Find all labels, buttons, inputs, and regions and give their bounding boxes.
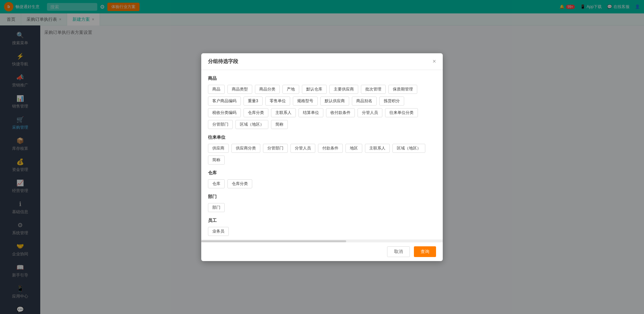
field-partner-category[interactable]: 往来单位分类 xyxy=(385,108,418,117)
section-title-employee: 员工 xyxy=(208,217,436,224)
modal-header: 分组待选字段 × xyxy=(201,53,443,70)
section-title-dept: 部门 xyxy=(208,194,436,200)
field-customer-code[interactable]: 客户商品编码 xyxy=(208,97,241,106)
field-main-supplier[interactable]: 主要供应商 xyxy=(329,85,358,94)
fields-grid-warehouse: 仓库 仓库分类 xyxy=(208,179,436,188)
field-goods-alias[interactable]: 商品别名 xyxy=(352,97,377,106)
modal-close-btn[interactable]: × xyxy=(432,58,436,65)
field-supplier-category[interactable]: 供应商分类 xyxy=(231,144,260,153)
field-dept[interactable]: 部门 xyxy=(208,203,225,212)
field-default-warehouse[interactable]: 默认仓库 xyxy=(302,85,327,94)
field-supervisor[interactable]: 分管人员 xyxy=(358,108,382,117)
modal-overlay[interactable]: 分组待选字段 × 商品 商品 商品类型 商品分类 产地 默认仓库 主要供应商 批… xyxy=(0,0,644,314)
confirm-button[interactable]: 查询 xyxy=(414,246,436,257)
field-partner-dept[interactable]: 分管部门 xyxy=(263,144,288,153)
field-goods[interactable]: 商品 xyxy=(208,85,225,94)
field-dept-supervisor[interactable]: 分管部门 xyxy=(208,120,233,129)
field-selector-modal: 分组待选字段 × 商品 商品 商品类型 商品分类 产地 默认仓库 主要供应商 批… xyxy=(201,53,443,261)
section-title-partner: 往来单位 xyxy=(208,134,436,140)
field-expiry-mgmt[interactable]: 保质期管理 xyxy=(388,85,417,94)
modal-body: 商品 商品 商品类型 商品分类 产地 默认仓库 主要供应商 批次管理 保质期管理… xyxy=(201,70,443,240)
fields-grid-dept: 部门 xyxy=(208,203,436,212)
field-goods-type[interactable]: 商品类型 xyxy=(227,85,252,94)
field-batch-mgmt[interactable]: 批次管理 xyxy=(361,85,386,94)
field-main-contact[interactable]: 主联系人 xyxy=(271,108,296,117)
field-warehouse-category[interactable]: 仓库分类 xyxy=(244,108,268,117)
section-title-goods: 商品 xyxy=(208,75,436,81)
modal-horizontal-scrollbar[interactable] xyxy=(201,240,443,242)
modal-title: 分组待选字段 xyxy=(208,58,238,65)
field-goods-category[interactable]: 商品分类 xyxy=(255,85,280,94)
cancel-button[interactable]: 取消 xyxy=(387,246,410,257)
field-spec-model[interactable]: 规格型号 xyxy=(293,97,318,106)
fields-grid-goods: 商品 商品类型 商品分类 产地 默认仓库 主要供应商 批次管理 保质期管理 客户… xyxy=(208,85,436,129)
field-picking-points[interactable]: 拣货积分 xyxy=(379,97,404,106)
field-settlement-unit[interactable]: 结算单位 xyxy=(299,108,323,117)
field-default-supplier[interactable]: 默认供应商 xyxy=(320,97,349,106)
field-payment-terms[interactable]: 收付款条件 xyxy=(326,108,355,117)
field-weight[interactable]: 重量3 xyxy=(244,97,263,106)
field-origin[interactable]: 产地 xyxy=(282,85,299,94)
modal-footer: 取消 查询 xyxy=(201,242,443,261)
field-payment-condition[interactable]: 付款条件 xyxy=(318,144,343,153)
field-warehouse-cat[interactable]: 仓库分类 xyxy=(227,179,252,188)
field-salesperson[interactable]: 业务员 xyxy=(208,227,229,236)
field-tax-code[interactable]: 税收分类编码 xyxy=(208,108,241,117)
field-abbreviation[interactable]: 简称 xyxy=(271,120,288,129)
field-retail-unit[interactable]: 零售单位 xyxy=(265,97,290,106)
field-partner-contact[interactable]: 主联系人 xyxy=(365,144,390,153)
field-region[interactable]: 区域（地区） xyxy=(235,120,268,129)
field-warehouse[interactable]: 仓库 xyxy=(208,179,225,188)
field-partner-region[interactable]: 区域（地区） xyxy=(392,144,425,153)
fields-grid-employee: 业务员 xyxy=(208,227,436,236)
scroll-thumb xyxy=(201,240,346,242)
section-title-warehouse: 仓库 xyxy=(208,170,436,176)
fields-grid-partner: 供应商 供应商分类 分管部门 分管人员 付款条件 地区 主联系人 区域（地区） … xyxy=(208,144,436,165)
field-area[interactable]: 地区 xyxy=(345,144,362,153)
field-supplier[interactable]: 供应商 xyxy=(208,144,229,153)
field-partner-supervisor[interactable]: 分管人员 xyxy=(290,144,315,153)
field-partner-abbr[interactable]: 简称 xyxy=(208,155,225,165)
